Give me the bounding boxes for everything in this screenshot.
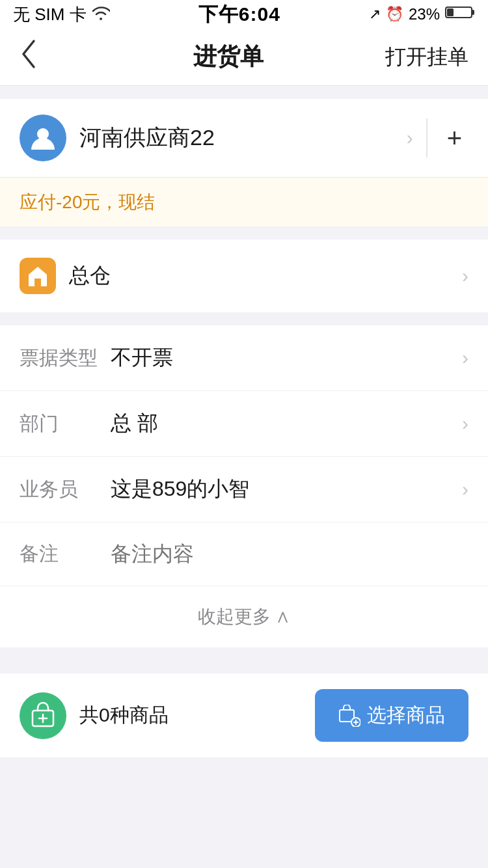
salesperson-row[interactable]: 业务员 这是859的小智 › bbox=[0, 457, 488, 522]
chevron-icon: › bbox=[407, 127, 413, 149]
department-label: 部门 bbox=[20, 411, 98, 437]
section-gap-1 bbox=[0, 86, 488, 99]
supplier-row[interactable]: 河南供应商22 › + bbox=[0, 99, 488, 177]
salesperson-value: 这是859的小智 bbox=[111, 475, 455, 504]
divider bbox=[426, 118, 427, 157]
svg-rect-2 bbox=[472, 10, 474, 15]
location-icon: ↗ bbox=[369, 6, 381, 23]
product-count: 共0种商品 bbox=[79, 702, 315, 729]
supplier-name: 河南供应商22 bbox=[79, 123, 400, 153]
select-product-label: 选择商品 bbox=[367, 702, 445, 729]
status-carrier: 无 SIM 卡 bbox=[13, 3, 110, 26]
nav-bar: 进货单 打开挂单 bbox=[0, 29, 488, 86]
remark-label: 备注 bbox=[20, 541, 98, 567]
add-supplier-button[interactable]: + bbox=[441, 117, 468, 159]
battery-text: 23% bbox=[409, 5, 440, 23]
department-chevron: › bbox=[462, 413, 468, 435]
section-gap-3 bbox=[0, 312, 488, 325]
wifi-icon bbox=[92, 5, 110, 25]
product-section: 共0种商品 选择商品 bbox=[0, 673, 488, 757]
svg-rect-4 bbox=[34, 278, 41, 286]
warehouse-icon bbox=[20, 258, 56, 294]
status-icons: ↗ ⏰ 23% bbox=[369, 5, 475, 23]
supplier-avatar bbox=[20, 115, 66, 161]
battery-icon bbox=[445, 5, 475, 23]
remark-input[interactable] bbox=[111, 542, 468, 566]
warehouse-section: 总仓 › bbox=[0, 239, 488, 312]
section-gap-4 bbox=[0, 647, 488, 660]
collapse-label: 收起更多 ∧ bbox=[198, 604, 291, 629]
section-gap-2 bbox=[0, 226, 488, 239]
collapse-row[interactable]: 收起更多 ∧ bbox=[0, 586, 488, 647]
invoice-chevron: › bbox=[462, 347, 468, 369]
invoice-type-value: 不开票 bbox=[111, 344, 455, 372]
department-value: 总 部 bbox=[111, 409, 455, 438]
product-icon bbox=[20, 692, 66, 739]
svg-rect-1 bbox=[447, 8, 454, 16]
notice-text: 应付-20元，现结 bbox=[20, 192, 155, 212]
warehouse-chevron: › bbox=[462, 265, 468, 287]
salesperson-label: 业务员 bbox=[20, 476, 98, 503]
status-bar: 无 SIM 卡 下午6:04 ↗ ⏰ 23% bbox=[0, 0, 488, 29]
salesperson-chevron: › bbox=[462, 478, 468, 500]
warehouse-name: 总仓 bbox=[69, 262, 455, 290]
warehouse-row[interactable]: 总仓 › bbox=[0, 239, 488, 312]
invoice-type-label: 票据类型 bbox=[20, 345, 98, 372]
back-button[interactable] bbox=[20, 38, 72, 75]
alarm-icon: ⏰ bbox=[386, 6, 403, 23]
remark-row[interactable]: 备注 bbox=[0, 522, 488, 586]
status-time: 下午6:04 bbox=[198, 1, 280, 28]
select-product-button[interactable]: 选择商品 bbox=[315, 689, 468, 742]
page-title: 进货单 bbox=[193, 41, 264, 73]
form-section: 票据类型 不开票 › 部门 总 部 › 业务员 这是859的小智 › 备注 收起… bbox=[0, 325, 488, 647]
invoice-type-row[interactable]: 票据类型 不开票 › bbox=[0, 325, 488, 391]
open-pending-button[interactable]: 打开挂单 bbox=[385, 43, 468, 72]
department-row[interactable]: 部门 总 部 › bbox=[0, 391, 488, 457]
notice-banner: 应付-20元，现结 bbox=[0, 177, 488, 226]
supplier-section: 河南供应商22 › + 应付-20元，现结 bbox=[0, 99, 488, 226]
